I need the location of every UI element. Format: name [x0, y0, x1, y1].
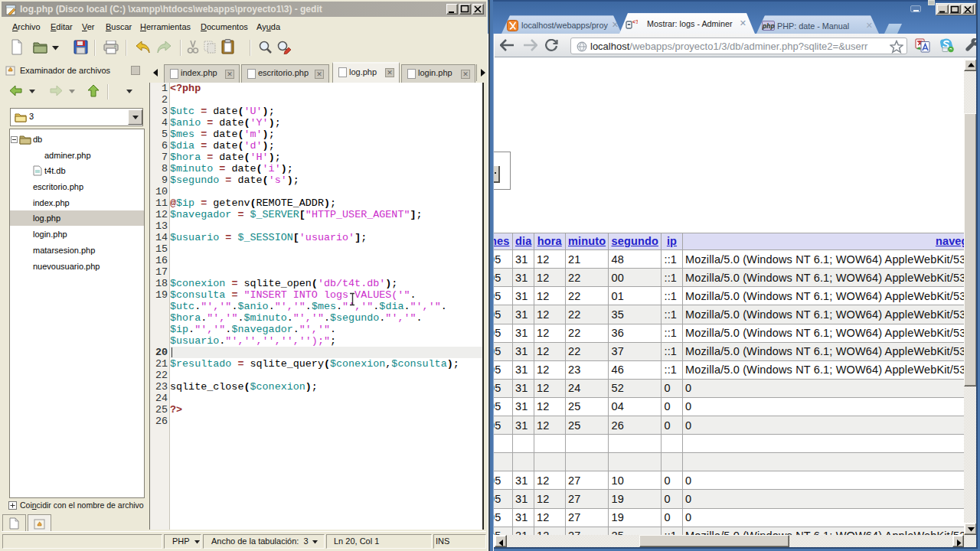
- svg-text:<?: <?: [632, 19, 638, 24]
